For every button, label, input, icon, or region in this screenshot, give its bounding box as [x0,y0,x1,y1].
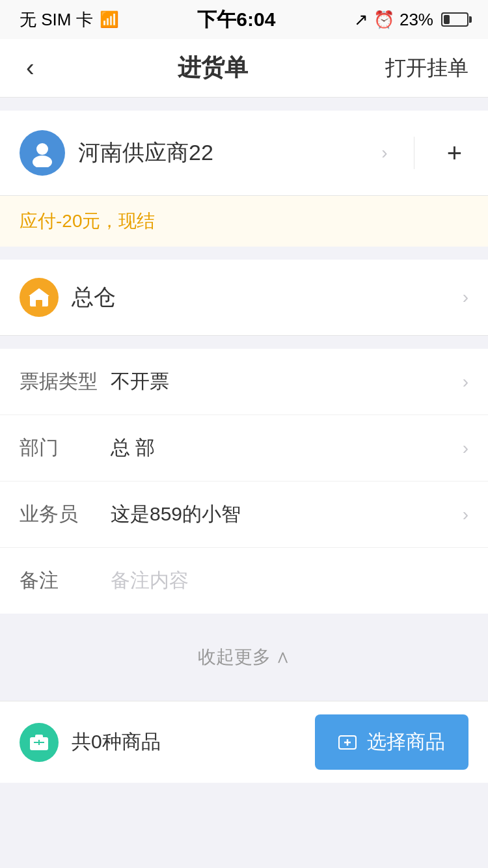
warehouse-icon [20,278,59,317]
form-row-invoice-type[interactable]: 票据类型 不开票 › [0,349,488,415]
supplier-name[interactable]: 河南供应商22 [78,138,368,168]
product-icon [20,723,59,762]
remark-label: 备注 [20,567,111,594]
wifi-icon: 📶 [100,10,119,29]
product-count-label: 共0种商品 [72,729,315,755]
supplier-avatar-icon [28,139,57,167]
department-value: 总 部 [111,435,463,461]
form-row-salesperson[interactable]: 业务员 这是859的小智 › [0,481,488,548]
warehouse-section[interactable]: 总仓 › [0,260,488,336]
supplier-chevron-icon: › [381,142,387,163]
svg-rect-6 [35,735,43,739]
warehouse-name: 总仓 [72,282,450,312]
status-bar: 无 SIM 卡 📶 下午6:04 ↗ ⏰ 23% [0,0,488,39]
svg-rect-4 [36,300,42,306]
invoice-type-value: 不开票 [111,368,463,395]
svg-point-1 [33,156,52,167]
status-bar-time: 下午6:04 [197,7,275,33]
add-supplier-button[interactable]: + [441,139,468,168]
select-product-label: 选择商品 [367,729,445,755]
svg-point-0 [36,143,48,155]
supplier-divider [414,137,414,169]
bottom-bar: 共0种商品 选择商品 [0,701,488,783]
nav-bar: ‹ 进货单 打开挂单 [0,39,488,98]
collapse-section: 收起更多 ∧ [0,627,488,688]
page-title: 进货单 [178,52,248,84]
form-row-remark[interactable]: 备注 备注内容 [0,548,488,614]
open-pending-button[interactable]: 打开挂单 [385,54,468,83]
collapse-button[interactable]: 收起更多 ∧ [198,645,291,670]
department-label: 部门 [20,435,111,461]
salesperson-value: 这是859的小智 [111,501,463,528]
select-product-button[interactable]: 选择商品 [315,714,468,770]
warehouse-chevron-icon: › [463,287,468,308]
svg-marker-3 [29,288,49,296]
invoice-type-label: 票据类型 [20,368,111,395]
supplier-avatar [20,130,65,176]
page-bottom [0,783,488,868]
warehouse-svg [27,286,51,309]
section-gap-1 [0,98,488,111]
select-product-icon [338,733,359,752]
notice-banner: 应付-20元，现结 [0,196,488,247]
battery-label: 23% [400,10,433,30]
status-bar-right: ↗ ⏰ 23% [354,10,468,30]
form-row-department[interactable]: 部门 总 部 › [0,415,488,481]
notice-text: 应付-20元，现结 [20,211,155,231]
salesperson-label: 业务员 [20,501,111,528]
invoice-type-chevron: › [463,372,468,392]
battery-icon [441,12,468,27]
carrier-label: 无 SIM 卡 [20,8,93,31]
remark-input[interactable]: 备注内容 [111,567,468,594]
alarm-icon: ⏰ [373,10,394,30]
form-section: 票据类型 不开票 › 部门 总 部 › 业务员 这是859的小智 › 备注 备注… [0,349,488,614]
product-svg [27,731,51,754]
department-chevron: › [463,438,468,459]
back-button[interactable]: ‹ [20,47,41,88]
supplier-section: 河南供应商22 › + [0,111,488,196]
salesperson-chevron: › [463,504,468,525]
status-bar-left: 无 SIM 卡 📶 [20,8,119,31]
location-icon: ↗ [354,10,368,30]
